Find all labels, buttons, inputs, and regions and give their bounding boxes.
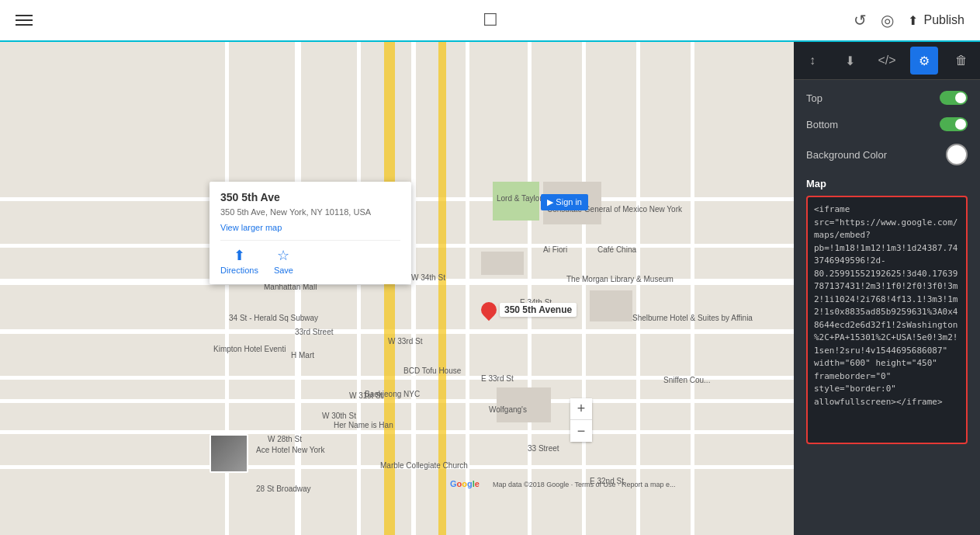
topbar-center: ☐	[483, 10, 498, 30]
panel-content: Top Bottom Background Color Map	[794, 80, 980, 535]
popup-actions: ⬆ Directions ☆ Save	[220, 240, 400, 275]
pin-label: 350 5th Avenue	[500, 303, 577, 317]
settings-tool-button[interactable]: ⚙	[910, 47, 938, 75]
directions-action[interactable]: ⬆ Directions	[220, 247, 258, 275]
undo-icon[interactable]: ↺	[854, 11, 867, 30]
map-label: The Morgan Library & Museum	[566, 275, 674, 283]
hamburger-menu[interactable]	[16, 15, 33, 26]
bottom-row: Bottom	[806, 117, 968, 131]
right-panel: ↕ ⬇ </> ⚙ 🗑 Top Bottom Background Color …	[794, 42, 980, 535]
map-data-text: Map data ©2018 Google · Terms of Use · R…	[493, 481, 676, 488]
map-section: Map	[806, 178, 968, 447]
map-popup: 350 5th Ave 350 5th Ave, New York, NY 10…	[210, 182, 411, 284]
map-pin: 350 5th Avenue	[481, 302, 577, 318]
map-label: Ai Fiori	[543, 245, 567, 254]
map-label: Shelburne Hotel & Suites by Affinia	[632, 314, 753, 322]
publish-label: Publish	[924, 13, 964, 27]
map-label: 33 Street	[528, 444, 559, 453]
map-label: Her Name is Han	[334, 421, 393, 429]
map-label: W 33rd St	[388, 337, 422, 346]
map-label: 28 St Broadway	[256, 485, 311, 493]
map-label: Lord & Taylor	[497, 194, 542, 203]
topbar: ☐ ↺ ◎ ⬆ Publish	[0, 0, 980, 42]
map-label: E 33rd St	[481, 374, 514, 383]
popup-view-link[interactable]: View larger map	[220, 223, 400, 232]
code-tool-button[interactable]: </>	[873, 47, 901, 75]
popup-title: 350 5th Ave	[220, 191, 400, 203]
map-label: Marble Collegiate Church	[380, 461, 468, 470]
map-label: W 28th St	[268, 435, 302, 443]
preview-icon[interactable]: ◎	[881, 11, 894, 30]
top-toggle[interactable]	[940, 91, 968, 105]
bg-color-label: Background Color	[806, 149, 887, 161]
map-label: H Mart	[291, 351, 314, 360]
directions-icon: ⬆	[234, 247, 245, 264]
bg-color-swatch[interactable]	[946, 144, 968, 165]
topbar-left	[16, 15, 33, 26]
bg-color-row: Background Color	[806, 144, 968, 165]
map-label: 34 St - Herald Sq Subway	[229, 314, 318, 322]
sort-tool-button[interactable]: ↕	[798, 47, 826, 75]
top-label: Top	[806, 92, 822, 104]
bottom-toggle[interactable]	[940, 117, 968, 131]
map-label: Sniffen Cou...	[663, 376, 710, 384]
panel-toolbar: ↕ ⬇ </> ⚙ 🗑	[794, 42, 980, 80]
delete-tool-button[interactable]: 🗑	[947, 47, 975, 75]
map-label: W 34th St	[411, 273, 445, 282]
map-label: 33rd Street	[295, 328, 333, 336]
map-code-textarea[interactable]	[806, 196, 968, 444]
map-label: W 30th St	[322, 412, 356, 420]
map-area: Manhattan Mall34 St - Herald Sq Subway33…	[0, 42, 794, 535]
publish-button[interactable]: ⬆ Publish	[908, 13, 964, 28]
map-section-label: Map	[806, 178, 968, 189]
zoom-controls: + −	[570, 398, 592, 442]
street-view-thumbnail[interactable]	[210, 434, 248, 473]
map-label: Café China	[597, 245, 636, 254]
zoom-in-button[interactable]: +	[570, 398, 592, 420]
pin-dot	[478, 299, 500, 321]
topbar-right: ↺ ◎ ⬆ Publish	[854, 11, 964, 30]
sign-in-button[interactable]: ▶ Sign in	[541, 194, 588, 210]
zoom-out-button[interactable]: −	[570, 420, 592, 442]
save-action[interactable]: ☆ Save	[274, 247, 293, 275]
map-label: Kimpton Hotel Eventi	[213, 345, 286, 353]
map-label: W 31st St	[349, 391, 383, 400]
download-tool-button[interactable]: ⬇	[836, 47, 864, 75]
save-label: Save	[274, 266, 293, 275]
bottom-label: Bottom	[806, 119, 838, 130]
top-row: Top	[806, 91, 968, 105]
map-label: BCD Tofu House	[403, 367, 461, 375]
map-label: Ace Hotel New York	[256, 446, 324, 454]
mobile-preview-icon[interactable]: ☐	[483, 10, 498, 30]
popup-address: 350 5th Ave, New York, NY 10118, USA	[220, 207, 400, 218]
map-label: Wolfgang's	[489, 405, 527, 414]
cloud-upload-icon: ⬆	[908, 13, 918, 28]
directions-label: Directions	[220, 266, 258, 275]
save-icon: ☆	[277, 247, 289, 264]
